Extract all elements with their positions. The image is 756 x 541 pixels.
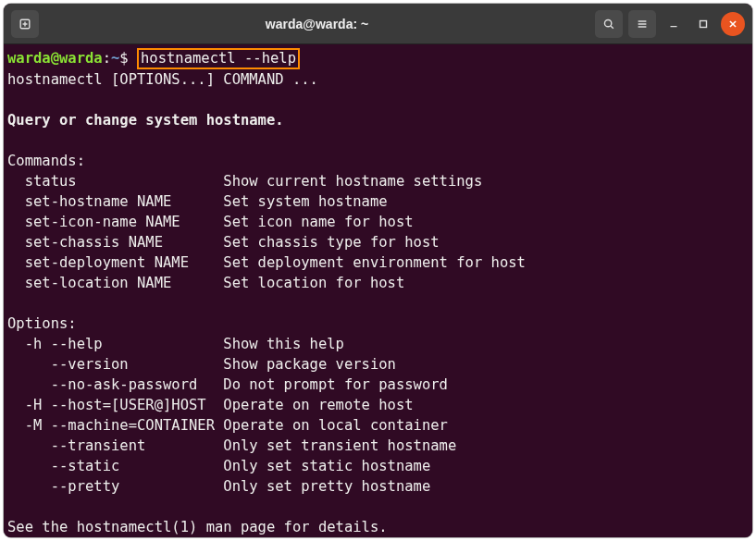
commands-header: Commands: — [7, 151, 747, 171]
prompt-path: ~ — [111, 50, 119, 67]
command-row: set-location NAME Set location for host — [7, 273, 747, 293]
command-row: set-deployment NAME Set deployment envir… — [7, 252, 747, 273]
command-row: status Show current hostname settings — [7, 171, 747, 191]
window-title: warda@warda: ~ — [39, 17, 595, 31]
terminal-window: warda@warda: ~ warda@warda:~$ hostnamect… — [4, 4, 752, 537]
option-row: --version Show package version — [7, 354, 747, 375]
command-row: set-hostname NAME Set system hostname — [7, 191, 747, 212]
options-header: Options: — [7, 314, 747, 334]
maximize-button[interactable] — [691, 12, 715, 36]
option-row: --pretty Only set pretty hostname — [7, 476, 747, 497]
footer-line: See the hostnamectl(1) man page for deta… — [7, 517, 747, 537]
entered-command: hostnamectl --help — [137, 48, 300, 69]
option-row: -H --host=[USER@]HOST Operate on remote … — [7, 395, 747, 415]
minimize-button[interactable] — [662, 12, 686, 36]
svg-rect-9 — [700, 20, 707, 27]
new-tab-button[interactable] — [11, 10, 39, 38]
prompt-sep: : — [103, 50, 111, 67]
terminal-body[interactable]: warda@warda:~$ hostnamectl --helphostnam… — [4, 44, 752, 537]
option-row: -h --help Show this help — [7, 334, 747, 354]
option-row: --static Only set static hostname — [7, 456, 747, 476]
search-button[interactable] — [595, 10, 623, 38]
titlebar[interactable]: warda@warda: ~ — [4, 4, 752, 44]
summary-line: Query or change system hostname. — [7, 110, 747, 130]
usage-line: hostnamectl [OPTIONS...] COMMAND ... — [7, 69, 747, 90]
prompt-user-host: warda@warda — [7, 50, 103, 67]
prompt-line: warda@warda:~$ hostnamectl --help — [7, 48, 747, 69]
menu-button[interactable] — [628, 10, 656, 38]
option-row: --no-ask-password Do not prompt for pass… — [7, 375, 747, 395]
command-row: set-chassis NAME Set chassis type for ho… — [7, 232, 747, 252]
svg-point-3 — [604, 19, 611, 26]
option-row: --transient Only set transient hostname — [7, 436, 747, 456]
option-row: -M --machine=CONTAINER Operate on local … — [7, 415, 747, 436]
prompt-sigil: $ — [119, 50, 137, 67]
command-row: set-icon-name NAME Set icon name for hos… — [7, 212, 747, 232]
close-button[interactable] — [721, 12, 745, 36]
svg-line-4 — [611, 25, 613, 28]
